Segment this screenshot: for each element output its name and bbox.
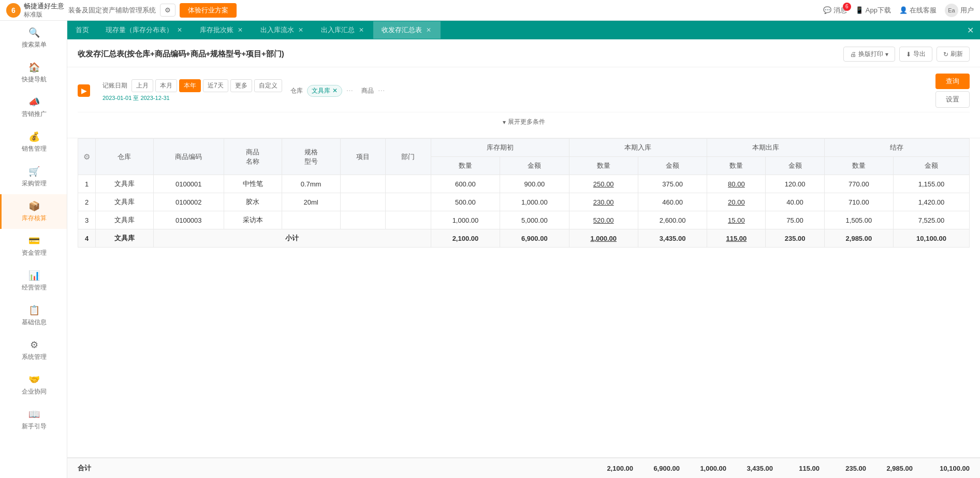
data-table: ⚙ 仓库 商品编码 商品名称 规格型号 项目 部门 库存期初 本期入库 本期出 [78,138,970,248]
th-goods-spec: 规格型号 [282,139,340,175]
row-out-qty[interactable]: 15.00 [707,211,766,229]
sidebar-label-marketing: 营销推广 [22,110,47,119]
row-closing-qty: 710.00 [824,193,893,211]
row-in-qty[interactable]: 250.00 [569,175,638,193]
query-button[interactable]: 查询 [935,74,970,89]
warehouse-label: 仓库 [290,86,303,95]
th-opening-qty: 数量 [431,157,500,175]
table-config-icon[interactable]: ⚙ [83,152,90,161]
filter-expand-row: ▾ 展开更多条件 [78,112,970,132]
page-header: 收发存汇总表(按仓库+商品编码+商品+规格型号+项目+部门) 🖨 换版打印 ▾ … [67,39,980,67]
sidebar-item-marketing[interactable]: 📣 营销推广 [0,90,67,125]
sidebar-label-guide: 新手引导 [22,422,47,431]
sidebar-item-guide[interactable]: 📖 新手引导 [0,402,67,437]
app-name-block: 畅捷通好生意 标准版 [24,2,64,19]
message-item[interactable]: 💬 消息 6 [823,6,847,15]
th-goods-name: 商品名称 [224,139,282,175]
subtotal-warehouse: 文具库 [96,229,154,248]
online-service-item[interactable]: 👤 在线客服 [899,6,937,15]
sidebar-item-search[interactable]: 🔍 搜索菜单 [0,21,67,55]
app-download-icon: 📱 [855,6,864,14]
sidebar-item-operation[interactable]: 📊 经营管理 [0,264,67,298]
tab-home-label: 首页 [76,25,89,35]
goods-filter: 商品 ··· [361,86,385,95]
home-icon: 🏠 [28,62,40,73]
tab-inout-summary-close[interactable]: ✕ [358,26,365,34]
footer-total-label: 合计 [78,463,91,473]
date-btn-more[interactable]: 更多 [230,79,252,92]
row-num: 2 [78,193,96,211]
tab-recv-send-summary-close[interactable]: ✕ [425,26,432,34]
th-warehouse: 仓库 [96,139,154,175]
subtotal-opening-amt: 6,900.00 [500,229,569,248]
goods-more-dots[interactable]: ··· [378,86,385,95]
row-goods-spec [282,211,340,229]
row-out-qty[interactable]: 80.00 [707,175,766,193]
sidebar-item-inventory[interactable]: 📦 库存核算 [0,194,67,229]
warehouse-more-dots[interactable]: ··· [346,86,353,95]
setting-button[interactable]: 设置 [935,91,970,108]
refresh-button[interactable]: ↻ 刷新 [937,47,970,62]
tab-inout-flow[interactable]: 出入库流水 ✕ [252,21,313,39]
sidebar-item-sales[interactable]: 💰 销售管理 [0,125,67,160]
tab-inventory-dist-close[interactable]: ✕ [176,26,183,34]
goods-label: 商品 [361,86,374,95]
filter-expand-btn[interactable]: ▾ 展开更多条件 [503,115,545,128]
filter-toggle[interactable]: ▶ [78,84,90,97]
system-title: 装备及固定资产辅助管理系统 [68,6,156,15]
basic-icon: 📋 [28,305,40,316]
warehouse-tag: 文具库 ✕ [307,85,342,97]
sidebar-item-finance[interactable]: 💳 资金管理 [0,229,67,264]
row-in-qty[interactable]: 520.00 [569,211,638,229]
app-download-item[interactable]: 📱 App下载 [855,6,891,15]
table-settings-header[interactable]: ⚙ [78,139,96,175]
date-btn-custom[interactable]: 自定义 [254,79,282,92]
tab-inout-summary[interactable]: 出入库汇总 ✕ [313,21,373,39]
date-btn-7days[interactable]: 近7天 [203,79,228,92]
tab-inout-flow-close[interactable]: ✕ [297,26,304,34]
user-item[interactable]: Ea 用户 [945,4,974,17]
footer-opening-amt: 6,900.00 [643,465,690,472]
tab-recv-send-summary[interactable]: 收发存汇总表 ✕ [373,21,441,39]
sidebar-item-cooperation[interactable]: 🤝 企业协同 [0,368,67,402]
print-label: 换版打印 [858,50,883,59]
row-project [340,193,386,211]
footer-closing-amt: 10,100.00 [923,465,970,472]
industry-btn[interactable]: 体验行业方案 [180,3,237,18]
row-goods-name: 采访本 [224,211,282,229]
message-icon: 💬 [823,6,831,14]
tab-batch-ledger[interactable]: 库存批次账 ✕ [192,21,252,39]
warehouse-tag-close[interactable]: ✕ [332,87,338,94]
export-button[interactable]: ⬇ 导出 [899,47,932,62]
sidebar-item-quick-nav[interactable]: 🏠 快捷导航 [0,55,67,90]
chevron-down-icon: ▾ [503,119,506,126]
footer-opening-qty: 2,100.00 [597,465,643,472]
tab-inventory-dist[interactable]: 现存量（库存分布表） ✕ [97,21,192,39]
sidebar-item-basic[interactable]: 📋 基础信息 [0,298,67,333]
subtotal-in-qty[interactable]: 1,000.00 [569,229,638,248]
print-button[interactable]: 🖨 换版打印 ▾ [843,47,895,62]
date-btn-last-month[interactable]: 上月 [131,79,153,92]
row-goods-code: 0100001 [153,175,224,193]
sidebar-label-search: 搜索菜单 [22,40,47,49]
operation-icon: 📊 [28,270,40,281]
row-closing-qty: 770.00 [824,175,893,193]
main-layout: 🔍 搜索菜单 🏠 快捷导航 📣 营销推广 💰 销售管理 🛒 采购管理 📦 库存核… [0,21,980,478]
date-btn-this-year[interactable]: 本年 [179,79,201,92]
row-out-qty[interactable]: 20.00 [707,193,766,211]
table-row: 3 文具库 0100003 采访本 1,000.00 5,000.00 520.… [78,211,970,229]
search-icon: 🔍 [28,27,40,38]
th-group-closing: 结存 [824,139,969,157]
sidebar-item-system[interactable]: ⚙ 系统管理 [0,333,67,368]
row-in-amt: 2,600.00 [638,211,707,229]
tab-bar-close[interactable]: ✕ [961,25,980,35]
row-in-qty[interactable]: 230.00 [569,193,638,211]
tab-home[interactable]: 首页 [67,21,97,39]
date-btn-this-month[interactable]: 本月 [155,79,177,92]
online-service-icon: 👤 [899,6,908,14]
subtotal-out-amt: 235.00 [766,229,824,248]
subtotal-out-qty[interactable]: 115.00 [707,229,766,248]
tab-batch-ledger-close[interactable]: ✕ [237,26,244,34]
sidebar-item-purchase[interactable]: 🛒 采购管理 [0,160,67,194]
system-settings-button[interactable]: ⚙ [160,4,175,17]
